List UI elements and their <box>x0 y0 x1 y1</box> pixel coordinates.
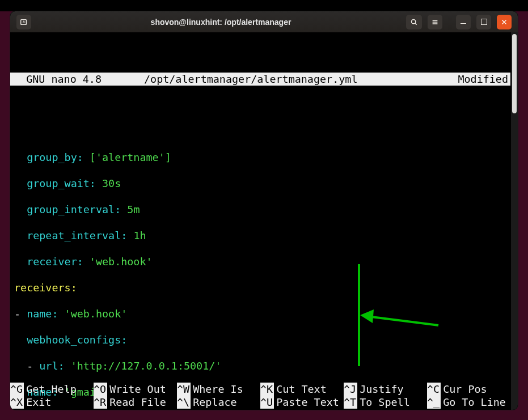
cfg-repeat-interval-key: repeat_interval: <box>14 230 127 241</box>
shortcut-label: Exit <box>24 396 51 409</box>
cfg-group-wait-key: group_wait: <box>14 177 96 189</box>
nano-version: GNU nano 4.8 <box>14 73 144 86</box>
window-title: shovon@linuxhint: /opt/alertmanager <box>37 18 404 27</box>
shortcut-label: Justify <box>357 383 404 396</box>
shortcut-label: Get Help <box>24 383 77 396</box>
shortcut-label: Where Is <box>191 383 243 396</box>
cfg-receivers-key: receivers: <box>14 282 77 294</box>
shortcut-label: Read File <box>107 396 166 409</box>
cfg-group-wait-val: 30s <box>96 177 121 189</box>
shortcut-label: To Spell <box>357 396 410 409</box>
cfg-receiver-key: receiver: <box>14 256 83 268</box>
shortcut-key[interactable]: ^T <box>344 396 357 409</box>
scrollbar[interactable] <box>511 32 518 410</box>
dash: - <box>14 360 39 372</box>
nano-footer-row-2: ^XExit ^RRead File ^\Replace ^UPaste Tex… <box>10 396 510 409</box>
minimize-button[interactable] <box>456 15 471 29</box>
shortcut-key[interactable]: ^R <box>94 396 107 409</box>
nano-filename: /opt/alertmanager/alertmanager.yml <box>144 73 357 86</box>
new-tab-button[interactable] <box>16 15 31 29</box>
cfg-group-by-val: ['alertname'] <box>83 151 171 163</box>
window-title-bar: shovon@linuxhint: /opt/alertmanager <box>10 11 518 33</box>
cfg-webhook-name-key: name: <box>27 308 58 320</box>
cfg-webhook-configs-key: webhook_configs: <box>14 334 127 346</box>
shortcut-label: Cur Pos <box>441 383 487 396</box>
search-button[interactable] <box>406 15 422 29</box>
shortcut-label: Paste Text <box>274 396 339 409</box>
shortcut-key[interactable]: ^J <box>344 383 357 396</box>
shortcut-key[interactable]: ^O <box>94 383 107 396</box>
shortcut-key[interactable]: ^G <box>10 383 24 396</box>
shortcut-key[interactable]: ^_ <box>427 396 441 409</box>
cfg-receiver-val: 'web.hook' <box>83 256 153 268</box>
close-button[interactable] <box>497 15 512 29</box>
maximize-button[interactable] <box>476 15 491 29</box>
shortcut-key[interactable]: ^X <box>10 396 24 409</box>
cfg-repeat-interval-val: 1h <box>127 230 146 241</box>
shortcut-label: Cut Text <box>274 383 327 396</box>
shortcut-key[interactable]: ^U <box>260 396 274 409</box>
terminal-window: shovon@linuxhint: /opt/alertmanager GNU … <box>10 11 518 410</box>
shortcut-key[interactable]: ^C <box>427 383 441 396</box>
nano-editor-body[interactable]: group_by: ['alertname'] group_wait: 30s … <box>10 138 518 410</box>
terminal-content[interactable]: GNU nano 4.8 /opt/alertmanager/alertmana… <box>10 32 518 410</box>
shortcut-label: Replace <box>191 396 237 409</box>
shortcut-label: Go To Line <box>441 396 506 409</box>
cfg-webhook-url-val: 'http://127.0.0.1:5001/' <box>65 360 222 372</box>
scrollbar-thumb[interactable] <box>512 34 517 113</box>
svg-point-1 <box>411 19 415 23</box>
cfg-group-by-key: group_by: <box>14 151 83 163</box>
gnome-top-panel <box>0 0 528 11</box>
shortcut-label: Write Out <box>107 383 166 396</box>
cfg-webhook-url-key: url: <box>39 360 64 372</box>
hamburger-menu-button[interactable] <box>428 15 442 29</box>
nano-status: Modified <box>458 73 510 86</box>
nano-footer: ^GGet Help ^OWrite Out ^WWhere Is ^KCut … <box>10 383 510 409</box>
nano-footer-row-1: ^GGet Help ^OWrite Out ^WWhere Is ^KCut … <box>10 383 510 396</box>
annotation-arrow <box>303 251 467 393</box>
shortcut-key[interactable]: ^\ <box>177 396 191 409</box>
shortcut-key[interactable]: ^K <box>260 383 274 396</box>
cfg-webhook-name-val: 'web.hook' <box>58 308 128 320</box>
cfg-group-interval-val: 5m <box>121 203 140 215</box>
dash: - <box>14 308 27 320</box>
cfg-group-interval-key: group_interval: <box>14 203 121 215</box>
shortcut-key[interactable]: ^W <box>177 383 191 396</box>
nano-header-bar: GNU nano 4.8 /opt/alertmanager/alertmana… <box>10 73 510 86</box>
